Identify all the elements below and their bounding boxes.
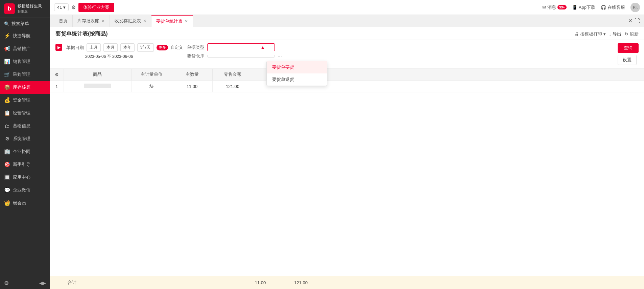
- cell-product: [64, 81, 131, 92]
- sidebar-item-label: 企业协同: [13, 149, 30, 155]
- warehouse-input[interactable]: [207, 55, 275, 58]
- settings-button[interactable]: 设置: [618, 55, 637, 65]
- date-range-display: 2023-05-06 至 2023-06-06: [85, 54, 133, 60]
- filter-expand-button[interactable]: ▶: [55, 44, 62, 51]
- refresh-icon: ↻: [625, 31, 628, 37]
- page-title: 要货单统计表(按商品): [55, 30, 108, 38]
- filter-bar: ▶ 单据日期 上月 本月 本年 近7天 更多 自定义 2023-05-06 至 …: [50, 40, 644, 69]
- message-icon: ✉: [542, 5, 546, 10]
- sidebar-item-label: 快捷导航: [13, 33, 30, 39]
- sidebar-collapse-icon[interactable]: ◀▶: [39, 281, 46, 286]
- dropdown-item-order-return[interactable]: 要货单退货: [267, 73, 327, 86]
- sidebar-bottom: ⚙ ◀▶: [0, 277, 50, 289]
- date-prev-month-button[interactable]: 上月: [87, 43, 101, 52]
- app-download[interactable]: 📱 App下载: [572, 4, 595, 10]
- warehouse-more-icon[interactable]: ···: [278, 53, 282, 59]
- filter-type-group: 单据类型 ▲ 要货仓库 ···: [187, 43, 614, 59]
- product-placeholder: [84, 84, 111, 88]
- page-actions: 🖨 按模板打印 ▾ ↓ 导出 ↻ 刷新: [574, 31, 639, 37]
- sidebar-item-basic[interactable]: 🗂 基础信息: [0, 119, 50, 132]
- page-content: 要货单统计表(按商品) 🖨 按模板打印 ▾ ↓ 导出 ↻ 刷新 ▶: [50, 27, 644, 289]
- date-this-month-button[interactable]: 本月: [103, 43, 118, 52]
- sidebar-item-label: 基础信息: [13, 123, 30, 129]
- dropdown-item-order-goods[interactable]: 要货单要货: [267, 61, 327, 73]
- quick-nav-icon: ⚡: [4, 33, 10, 39]
- online-service-label: 在线客服: [607, 4, 625, 10]
- topbar-left: 41 ▾ ⚙ 体验行业方案: [54, 3, 538, 12]
- tab-batch-account-close[interactable]: ✕: [101, 19, 105, 23]
- messages-badge[interactable]: ✉ 消息 99+: [542, 4, 567, 10]
- purchase-icon: 🛒: [4, 71, 10, 77]
- sidebar-item-enterprise[interactable]: 🏢 企业协同: [0, 145, 50, 158]
- sidebar-item-purchase[interactable]: 🛒 采购管理: [0, 68, 50, 81]
- col-header-unit: 主计量单位: [131, 69, 172, 81]
- date-more-badge[interactable]: 更多: [157, 45, 168, 50]
- online-service[interactable]: 🎧 在线客服: [601, 4, 625, 10]
- tab-delivery-summary[interactable]: 收发存汇总表 ✕: [110, 15, 151, 27]
- sidebar-item-label: 经营管理: [13, 110, 30, 116]
- date-7days-button[interactable]: 近7天: [137, 43, 154, 52]
- tab-expand-icon[interactable]: ⛶: [635, 18, 640, 24]
- tab-delivery-close[interactable]: ✕: [143, 19, 146, 23]
- footer-qty: 11.00: [240, 280, 281, 285]
- filter-action-group: 查询 设置: [618, 43, 639, 65]
- sidebar-item-appstore[interactable]: 🔲 应用中心: [0, 171, 50, 184]
- sidebar-item-label: 资金管理: [13, 97, 30, 103]
- table-footer: 合计 11.00 121.00: [50, 276, 644, 289]
- sidebar-item-system[interactable]: ⚙ 系统管理: [0, 132, 50, 145]
- sidebar-item-finance[interactable]: 💰 资金管理: [0, 94, 50, 107]
- sidebar-item-vip[interactable]: 👑 畅会员: [0, 197, 50, 209]
- guide-icon: 🎯: [4, 161, 10, 168]
- user-avatar[interactable]: Rit: [630, 3, 640, 12]
- appstore-icon: 🔲: [4, 174, 10, 180]
- cell-unit: 块: [131, 81, 172, 92]
- search-menu[interactable]: 🔍 搜索菜单: [0, 18, 50, 29]
- sidebar-item-label: 采购管理: [13, 71, 30, 77]
- enterprise-icon: 🏢: [4, 149, 10, 155]
- print-button[interactable]: 🖨 按模板打印 ▾: [574, 31, 606, 37]
- sidebar-item-guide[interactable]: 🎯 新手引导: [0, 158, 50, 171]
- sidebar-item-label: 应用中心: [13, 174, 30, 180]
- date-label: 单据日期: [66, 45, 84, 51]
- tab-batch-account[interactable]: 库存批次账 ✕: [73, 15, 110, 27]
- export-button[interactable]: ↓ 导出: [609, 31, 622, 37]
- app-logo: b 畅捷通好生意 标准版: [0, 0, 50, 18]
- footer-amount: 121.00: [281, 280, 321, 285]
- table-body: 1 块 11.00 121.00: [50, 81, 644, 92]
- sidebar-settings-icon[interactable]: ⚙: [4, 280, 9, 286]
- filter-type-row: 单据类型 ▲: [187, 43, 614, 51]
- refresh-button[interactable]: ↻ 刷新: [625, 31, 639, 37]
- date-custom-button[interactable]: 自定义: [171, 45, 183, 50]
- sidebar-item-inventory[interactable]: 📦 库存核算: [0, 81, 50, 94]
- sidebar-item-operation[interactable]: 📋 经营管理: [0, 107, 50, 119]
- sidebar-item-wechat[interactable]: 💬 企业微信: [0, 184, 50, 197]
- col-header-settings[interactable]: ⚙: [50, 69, 64, 81]
- tab-close-all-icon[interactable]: ✕: [628, 18, 633, 24]
- wechat-icon: 💬: [4, 187, 10, 193]
- logo-text: 畅捷通好生意 标准版: [18, 4, 42, 14]
- date-this-year-button[interactable]: 本年: [120, 43, 135, 52]
- sidebar-item-quick-nav[interactable]: ⚡ 快捷导航: [0, 29, 50, 42]
- app-download-label: App下载: [579, 4, 595, 10]
- chevron-down-icon: ▾: [63, 5, 66, 10]
- query-button[interactable]: 查询: [618, 43, 639, 53]
- type-select[interactable]: ▲: [207, 43, 275, 51]
- sidebar-item-marketing[interactable]: 📢 营销推广: [0, 42, 50, 55]
- type-select-arrow-icon: ▲: [261, 45, 265, 50]
- sidebar: b 畅捷通好生意 标准版 🔍 搜索菜单 ⚡ 快捷导航 📢 营销推广 📊 销售管理…: [0, 0, 50, 289]
- sidebar-item-sales[interactable]: 📊 销售管理: [0, 55, 50, 68]
- table-header-row: ⚙ 商品 主计量单位 主数量 零售金额: [50, 69, 644, 81]
- tab-order-stats[interactable]: 要货单统计表 ✕: [151, 15, 193, 27]
- col-header-product: 商品: [64, 69, 131, 81]
- search-icon: 🔍: [4, 21, 9, 26]
- sidebar-item-label: 营销推广: [13, 46, 30, 52]
- data-table: ⚙ 商品 主计量单位 主数量 零售金额 1 块: [50, 69, 644, 92]
- tab-home[interactable]: 首页: [54, 15, 73, 27]
- topbar-gear-icon[interactable]: ⚙: [71, 4, 76, 10]
- company-selector[interactable]: 41 ▾: [54, 3, 69, 11]
- tab-order-stats-close[interactable]: ✕: [185, 19, 188, 24]
- trial-button[interactable]: 体验行业方案: [78, 3, 114, 12]
- tab-order-stats-label: 要货单统计表: [156, 18, 183, 24]
- system-icon: ⚙: [4, 136, 10, 142]
- main-content: 41 ▾ ⚙ 体验行业方案 ✉ 消息 99+ 📱 App下载 🎧 在线客服 Ri…: [50, 0, 644, 289]
